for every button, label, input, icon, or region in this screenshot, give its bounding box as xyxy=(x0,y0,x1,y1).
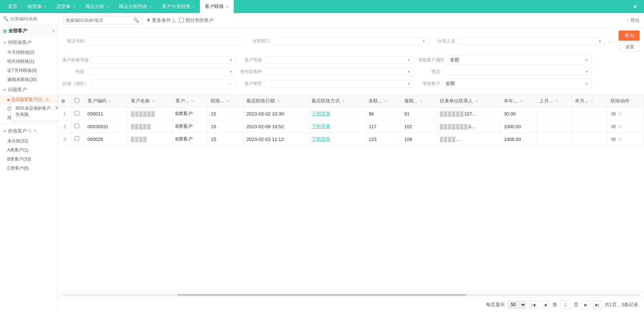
region-input[interactable]: ··· xyxy=(91,79,236,88)
sort-icon[interactable]: ⇅ xyxy=(519,99,522,103)
sort-icon[interactable]: ⇅ xyxy=(226,99,229,103)
setting-button[interactable]: 设置 xyxy=(620,42,640,52)
last-page-button[interactable]: ▶| xyxy=(593,300,602,309)
close-icon[interactable]: × xyxy=(106,4,109,9)
dept-select[interactable]: ▼ xyxy=(272,37,429,45)
page-number-input[interactable] xyxy=(560,300,571,309)
nav-tab-customer-contact[interactable]: 客户联络 × xyxy=(200,0,233,13)
next-page-button[interactable]: ▶ xyxy=(581,300,590,309)
sidebar-group-value[interactable]: ▼ 价值客户 ↻ ✎ xyxy=(0,126,58,137)
sidebar-group-pending[interactable]: ▼ 待联络客户 xyxy=(0,37,58,48)
sidebar-item-overdue[interactable]: 逾期未联络(30) xyxy=(0,75,58,84)
all-customers-header[interactable]: ⊞ 全部客户 « xyxy=(0,25,58,37)
more-actions-icon[interactable]: ⁞⁞ xyxy=(619,137,621,142)
more-icon[interactable]: ··· xyxy=(226,81,233,86)
cust-grade-select[interactable]: ▼ xyxy=(264,56,414,64)
nav-tab-home[interactable]: 首页 xyxy=(3,0,23,13)
payment-select[interactable]: ▼ xyxy=(264,68,414,76)
export-button[interactable]: ↑ 导出 xyxy=(627,17,640,24)
cust-type-select[interactable]: ▼ xyxy=(264,80,414,88)
row-checkbox[interactable] xyxy=(71,120,84,133)
prev-page-button[interactable]: ◀ xyxy=(541,300,550,309)
sort-icon[interactable]: ⇅ xyxy=(342,99,345,103)
col-contact-count: 联络... ⇅ xyxy=(208,95,243,108)
row-checkbox[interactable] xyxy=(71,108,84,120)
my-customers-checkbox[interactable] xyxy=(179,18,184,23)
contact-icon[interactable]: ☎ xyxy=(611,111,616,117)
collapse-icon[interactable]: « xyxy=(52,28,55,33)
row-index: 2 xyxy=(58,120,71,133)
scroll-thumb[interactable] xyxy=(177,294,467,296)
sort-icon[interactable]: ⇅ xyxy=(152,99,155,103)
col-checkbox[interactable] xyxy=(71,95,84,108)
first-page-button[interactable]: |◀ xyxy=(529,300,538,309)
table-row: 2 00030031 █████ B类客户 15 2023-02-09 19:5… xyxy=(58,120,644,133)
row-last-type[interactable]: 下销货单 xyxy=(308,120,366,133)
more-actions-icon[interactable]: ⁞⁞ xyxy=(619,124,621,129)
sidebar-item-class-a[interactable]: A类客户(1) xyxy=(0,146,58,155)
sidebar-item-7days[interactable]: 近7天待联络(0) xyxy=(0,66,58,75)
person-select[interactable]: ▼ xyxy=(457,37,605,45)
price-grade-select[interactable]: ▼ xyxy=(91,56,236,64)
sidebar-item-class-b[interactable]: B类客户(33) xyxy=(0,155,58,164)
row-checkbox[interactable] xyxy=(71,133,84,146)
chevron-down-icon: ▼ xyxy=(407,58,411,62)
close-icon[interactable]: × xyxy=(226,4,228,9)
main-search-input[interactable] xyxy=(66,18,133,23)
sort-icon[interactable]: ⇅ xyxy=(555,99,558,103)
sidebar-item-tomorrow[interactable]: 明天待联络(1) xyxy=(0,57,58,66)
sidebar-item-today[interactable]: 今天待联络(0) xyxy=(0,48,58,57)
more-conditions-btn[interactable]: ▼ 更多条件 △ xyxy=(146,17,176,24)
action-icons: ☎ ⁞⁞ xyxy=(611,137,641,142)
sort-icon[interactable]: ⇅ xyxy=(277,99,280,103)
divider xyxy=(0,124,58,124)
nav-tab-sales[interactable]: 销货单 × xyxy=(23,0,51,13)
per-page-select[interactable]: 50 100 200 xyxy=(508,301,526,309)
total-records-label: 共1页，3条记录 xyxy=(605,301,638,308)
close-icon[interactable]: × xyxy=(149,4,152,9)
more-actions-icon[interactable]: ⁞⁞ xyxy=(619,111,621,117)
sidebar-search-input[interactable] xyxy=(10,16,55,21)
nav-tab-product-analysis[interactable]: 商品分析 × xyxy=(80,0,114,13)
horizontal-scrollbar[interactable] xyxy=(58,292,644,297)
payment-label: 收付款条件 xyxy=(240,69,262,75)
sort-icon[interactable]: ⇅ xyxy=(420,99,423,103)
col-this-year: 本年... ⇅ xyxy=(501,95,536,108)
status-select[interactable]: ▼ xyxy=(442,68,592,76)
retail-cust-select[interactable]: 全部 ▼ xyxy=(442,78,592,89)
query-button[interactable]: 查询 xyxy=(619,31,640,41)
row-last-type[interactable]: 下销货单 xyxy=(308,108,366,120)
close-window-button[interactable]: ✕ xyxy=(629,3,641,10)
sort-icon[interactable]: ⇅ xyxy=(191,99,194,103)
close-icon[interactable]: × xyxy=(44,4,46,9)
sort-icon[interactable]: ⇅ xyxy=(108,99,111,103)
search-icon[interactable]: 🔍 xyxy=(133,17,139,23)
close-icon[interactable]: × xyxy=(193,4,195,9)
settings-icon[interactable]: ⚙ xyxy=(61,98,65,104)
sort-icon[interactable]: ⇅ xyxy=(384,99,387,103)
sidebar-group-problem[interactable]: ▼ 问题客户 xyxy=(0,84,58,95)
nav-tab-customer-segment[interactable]: 客户分层经营 × xyxy=(157,0,200,13)
nav-tab-product-analysis-list[interactable]: 商品分析列表 × xyxy=(114,0,157,13)
contact-icon[interactable]: ☎ xyxy=(611,137,616,142)
sidebar-item-ungrouped[interactable]: 未分组(32) xyxy=(0,137,58,146)
select-all-checkbox[interactable] xyxy=(75,98,79,103)
more-icon[interactable]: ··· xyxy=(607,39,614,44)
nav-tab-purchase[interactable]: 进货单 × xyxy=(51,0,80,13)
chevron-down-icon: ▼ xyxy=(407,82,411,86)
sort-icon[interactable]: ⇅ xyxy=(590,99,593,103)
nature-select[interactable]: ▼ xyxy=(86,68,236,76)
refresh-icon[interactable]: ↻ xyxy=(28,129,32,134)
sort-icon[interactable]: ⇅ xyxy=(475,99,478,103)
contact-icon[interactable]: ☎ xyxy=(611,124,616,129)
sidebar-item-class-c[interactable]: C类客户(6) xyxy=(0,164,58,173)
col-settings[interactable]: ⚙ xyxy=(58,95,71,108)
retail-attr-select[interactable]: 全部 ▼ xyxy=(447,55,592,65)
col-type: 客户... ⇅ xyxy=(172,95,208,108)
my-customers-filter[interactable]: 我分管的客户 xyxy=(179,17,214,24)
row-last-type[interactable]: 下销货单 xyxy=(308,133,366,146)
edit-icon[interactable]: ✎ xyxy=(33,129,37,134)
row-uncontacted: 117 xyxy=(366,120,401,133)
close-icon[interactable]: × xyxy=(73,4,75,9)
phone-input[interactable] xyxy=(86,37,243,46)
